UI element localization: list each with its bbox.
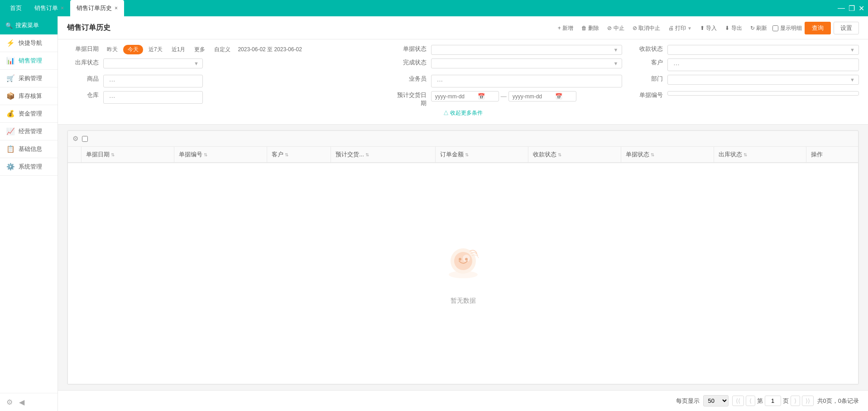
date-btn-custom[interactable]: 自定义 [211, 45, 234, 54]
sidebar-item-basic-info[interactable]: 📋 基础信息 [0, 140, 58, 158]
th-date[interactable]: 单据日期 ⇅ [82, 147, 174, 163]
restore-icon[interactable]: ❐ [849, 4, 855, 13]
display-cols-checkbox[interactable] [772, 25, 778, 31]
page-size-select[interactable]: 10 20 50 100 [703, 395, 729, 406]
minimize-icon[interactable]: — [838, 4, 845, 12]
content-area: 销售订单历史 + 新增 🗑 删除 ⊘ 中止 ⊘ 取消中止 🖨 打印 ▼ ⬆ 导入… [58, 16, 868, 411]
filter-warehouse-col: 仓库 ··· [67, 91, 395, 107]
table-header-row: 单据日期 ⇅ 单据编号 ⇅ [68, 147, 858, 163]
th-out-status[interactable]: 出库状态 ⇅ [714, 147, 806, 163]
dept-select[interactable]: ▼ [667, 75, 859, 85]
sidebar-item-operations[interactable]: 📈 经营管理 [0, 123, 58, 140]
new-button[interactable]: + 新增 [555, 23, 576, 34]
delivery-date-end-field[interactable] [513, 93, 553, 100]
sidebar-item-quick-nav[interactable]: ⚡ 快捷导航 [0, 34, 58, 52]
import-button[interactable]: ⬆ 导入 [697, 23, 719, 34]
dept-label: 部门 [631, 75, 667, 83]
delivery-date-start-input[interactable]: 📅 [431, 91, 499, 102]
filter-delivery-date-col: 预计交货日期 📅 — 📅 [395, 91, 632, 107]
tab-sales-order-close[interactable]: × [61, 5, 64, 11]
sidebar-item-inventory-label: 库存核算 [19, 92, 42, 100]
settings-button[interactable]: 设置 [834, 22, 859, 34]
prev-page-button[interactable]: ⟨ [746, 396, 755, 406]
date-btn-1month[interactable]: 近1月 [168, 45, 189, 54]
payment-status-select[interactable]: ▼ [667, 45, 859, 55]
calendar-icon-start[interactable]: 📅 [478, 93, 485, 100]
warehouse-input[interactable]: ··· [103, 91, 203, 104]
th-delivery-date[interactable]: 预计交货... ⇅ [331, 147, 435, 163]
quick-nav-icon: ⚡ [6, 39, 15, 47]
out-status-select[interactable]: ▼ [103, 58, 203, 68]
customer-dots-icon[interactable]: ··· [673, 61, 679, 69]
delivery-date-end-input[interactable]: 📅 [508, 91, 576, 102]
sidebar-item-capital-mgmt-label: 资金管理 [19, 110, 42, 118]
salesperson-input[interactable]: ··· [431, 75, 623, 87]
select-all-checkbox[interactable] [82, 136, 88, 142]
stop-button[interactable]: ⊘ 中止 [604, 23, 627, 34]
complete-status-select[interactable]: ▼ [431, 58, 623, 68]
tab-sales-order-history-close[interactable]: × [115, 5, 118, 11]
first-page-button[interactable]: ⟨⟨ [732, 396, 744, 406]
th-payment-status[interactable]: 收款状态 ⇅ [528, 147, 621, 163]
tab-home[interactable]: 首页 [4, 0, 28, 16]
tab-home-label: 首页 [10, 4, 22, 12]
th-no[interactable]: 单据编号 ⇅ [174, 147, 267, 163]
customer-input[interactable]: ··· [667, 58, 859, 71]
query-button[interactable]: 查询 [805, 22, 831, 34]
tab-sales-order-history[interactable]: 销售订单历史 × [70, 0, 124, 16]
next-page-button[interactable]: ⟩ [791, 396, 800, 406]
empty-illustration [443, 242, 484, 291]
delete-button[interactable]: 🗑 删除 [579, 23, 602, 34]
table-settings-icon[interactable]: ⚙ [72, 135, 78, 143]
sidebar-item-sys-mgmt[interactable]: ⚙️ 系统管理 [0, 158, 58, 176]
page-nav: ⟨⟨ ⟨ 第 页 ⟩ ⟩⟩ [732, 396, 814, 406]
display-cols-toggle[interactable]: 显示明细 [772, 24, 802, 32]
page-number-input[interactable] [765, 396, 781, 406]
tab-sales-order-label: 销售订单 [34, 4, 58, 12]
order-status-select[interactable]: ▼ [431, 45, 623, 55]
date-btn-7days[interactable]: 近7天 [145, 45, 166, 54]
sidebar-collapse-icon[interactable]: ◀ [19, 398, 24, 406]
date-btn-today[interactable]: 今天 [123, 45, 143, 54]
filter-complete-status-col: 完成状态 ▼ [395, 58, 632, 71]
out-status-arrow-icon: ▼ [194, 61, 199, 66]
filter-row-3: 商品 ··· 业务员 ··· 部门 ▼ [67, 75, 859, 87]
page-size-label: 每页显示 [676, 397, 700, 405]
th-customer[interactable]: 客户 ⇅ [267, 147, 331, 163]
sidebar-item-inventory[interactable]: 📦 库存核算 [0, 87, 58, 105]
sidebar-settings-icon[interactable]: ⚙ [6, 398, 13, 406]
salesperson-dots-icon[interactable]: ··· [437, 77, 443, 85]
th-order-status[interactable]: 单据状态 ⇅ [621, 147, 714, 163]
svg-point-2 [454, 252, 472, 270]
data-table: 单据日期 ⇅ 单据编号 ⇅ [67, 146, 858, 163]
table-toolbar: ⚙ [67, 131, 858, 146]
page-title: 销售订单历史 [67, 23, 110, 38]
calendar-icon-end[interactable]: 📅 [555, 93, 562, 100]
sidebar-item-sales-mgmt[interactable]: 📊 销售管理 [0, 52, 58, 70]
order-status-arrow-icon: ▼ [613, 47, 618, 53]
order-no-input[interactable] [667, 91, 859, 96]
goods-input[interactable]: ··· [103, 75, 203, 87]
last-page-button[interactable]: ⟩⟩ [802, 396, 814, 406]
delivery-date-start-field[interactable] [435, 93, 476, 100]
date-separator: — [501, 93, 507, 100]
date-range-display: 2023-06-02 至 2023-06-02 [238, 46, 302, 53]
filter-out-status-col: 出库状态 ▼ [67, 58, 395, 71]
sidebar-item-purchase-mgmt[interactable]: 🛒 采购管理 [0, 70, 58, 87]
date-btn-more[interactable]: 更多 [191, 45, 209, 54]
sidebar-search[interactable]: 🔍 搜索菜单 [0, 16, 58, 34]
collapse-bar[interactable]: △ 收起更多条件 [67, 107, 859, 119]
tab-sales-order[interactable]: 销售订单 × [28, 0, 70, 16]
cancel-stop-button[interactable]: ⊘ 取消中止 [630, 23, 663, 34]
refresh-button[interactable]: ↻ 刷新 [748, 23, 770, 34]
main-layout: 🔍 搜索菜单 ⚡ 快捷导航 📊 销售管理 🛒 采购管理 📦 库存核算 💰 资金管… [0, 16, 868, 411]
goods-dots-icon[interactable]: ··· [109, 77, 115, 85]
date-btn-yesterday[interactable]: 昨天 [103, 45, 121, 54]
close-icon[interactable]: ✕ [858, 4, 864, 13]
print-button[interactable]: 🖨 打印 ▼ [666, 23, 695, 34]
th-amount[interactable]: 订单金额 ⇅ [436, 147, 528, 163]
filter-order-status-col: 单据状态 ▼ [395, 45, 632, 55]
export-button[interactable]: ⬇ 导出 [722, 23, 744, 34]
warehouse-dots-icon[interactable]: ··· [109, 93, 115, 102]
sidebar-item-capital-mgmt[interactable]: 💰 资金管理 [0, 105, 58, 123]
